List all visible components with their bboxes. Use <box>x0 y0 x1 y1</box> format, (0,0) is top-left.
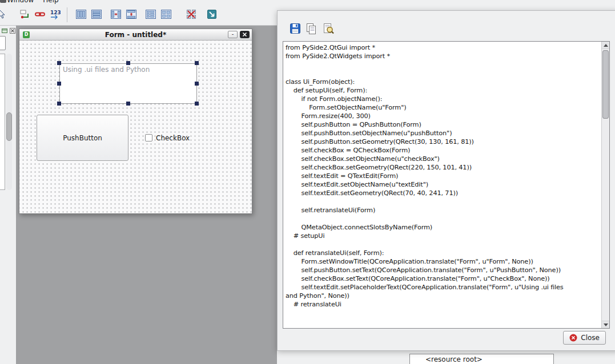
qt-designer-app: Window Help 123 <box>0 0 615 364</box>
form-window-titlebar[interactable]: D Form - untitled* - <box>19 29 252 41</box>
dock-close-icon <box>9 27 16 34</box>
selection-handle-s[interactable] <box>126 102 130 106</box>
selection-handle-n[interactable] <box>126 61 130 65</box>
form-window-title: Form - untitled* <box>19 31 252 39</box>
checkbox-label: CheckBox <box>156 134 190 142</box>
selection-handle-e[interactable] <box>195 82 199 86</box>
selection-handle-ne[interactable] <box>195 61 199 65</box>
dialog-close-label: Close <box>581 334 600 342</box>
edit-signals-slots-button[interactable] <box>18 7 33 22</box>
layout-splitter-vertical-icon <box>126 9 137 20</box>
dialog-close-button[interactable]: Close <box>563 331 606 345</box>
resource-root-item[interactable]: <resource root> <box>409 354 554 364</box>
code-scrollbar[interactable] <box>601 42 609 328</box>
layout-splitter-horizontal-icon <box>110 9 122 20</box>
code-scrollbar-thumb[interactable] <box>602 50 609 119</box>
dock-float-button[interactable] <box>1 27 8 34</box>
edit-widgets-button[interactable] <box>0 7 7 22</box>
code-view[interactable]: from PySide2.QtGui import * from PySide2… <box>283 41 610 329</box>
layout-vertical-button[interactable] <box>89 7 104 22</box>
layout-splitter-horizontal-button[interactable] <box>108 7 123 22</box>
break-layout-icon <box>186 9 197 20</box>
find-icon <box>322 22 335 35</box>
mdi-area: D Form - untitled* - Using .ui files and… <box>16 26 277 364</box>
find-code-button[interactable] <box>321 21 336 36</box>
layout-form-button[interactable] <box>143 7 158 22</box>
checkbox-widget[interactable]: CheckBox <box>145 126 203 149</box>
python-code-dialog: from PySide2.QtGui import * from PySide2… <box>277 10 615 351</box>
widget-box-scrollbar-thumb[interactable] <box>6 112 12 141</box>
selection-handle-w[interactable] <box>57 82 61 86</box>
scroll-up-button[interactable] <box>602 42 609 49</box>
toolbar-separator <box>67 7 67 22</box>
break-layout-button[interactable] <box>184 7 199 22</box>
layout-splitter-vertical-button[interactable] <box>124 7 139 22</box>
layout-horizontal-button[interactable] <box>74 7 89 22</box>
arrow-up-icon <box>604 44 608 47</box>
selection-handle-sw[interactable] <box>57 102 61 106</box>
adjust-size-button[interactable] <box>204 7 219 22</box>
widget-filter-input[interactable] <box>0 36 6 50</box>
adjust-size-icon <box>206 9 218 20</box>
selection-handle-nw[interactable] <box>57 61 61 65</box>
minimize-button[interactable]: - <box>228 31 238 38</box>
edit-widgets-icon <box>0 9 5 20</box>
close-button[interactable] <box>240 31 250 38</box>
layout-grid-icon <box>160 9 172 20</box>
selection-handle-se[interactable] <box>195 102 199 106</box>
edit-buddies-button[interactable] <box>33 7 47 22</box>
copy-icon <box>305 22 317 35</box>
edit-signals-slots-icon <box>19 9 31 20</box>
edit-tab-order-icon: 123 <box>49 9 61 20</box>
form-editor-window: D Form - untitled* - Using .ui files and… <box>19 29 252 214</box>
save-icon <box>289 22 302 35</box>
textedit-widget[interactable]: Using .ui files and Python <box>59 63 197 104</box>
edit-buddies-icon <box>34 9 46 20</box>
pushbutton-widget[interactable]: PushButton <box>37 115 128 161</box>
checkbox-indicator[interactable] <box>145 134 152 141</box>
textedit-placeholder: Using .ui files and Python <box>60 64 196 75</box>
edit-tab-order-button[interactable]: 123 <box>47 7 62 22</box>
designer-form-icon: D <box>23 31 30 38</box>
layout-vertical-icon <box>91 9 102 20</box>
copy-code-button[interactable] <box>304 21 319 36</box>
scroll-down-button[interactable] <box>602 321 609 328</box>
save-code-button[interactable] <box>288 21 303 36</box>
widget-box-dock <box>0 26 16 364</box>
layout-grid-button[interactable] <box>159 7 174 22</box>
dock-close-button[interactable] <box>9 27 16 34</box>
arrow-down-icon <box>604 323 608 326</box>
close-x-icon <box>242 32 247 37</box>
dock-float-icon <box>1 27 8 34</box>
svg-text:123: 123 <box>50 10 61 15</box>
layout-horizontal-icon <box>75 9 87 20</box>
close-red-icon <box>569 334 577 342</box>
layout-form-icon <box>145 9 156 20</box>
form-canvas[interactable]: Using .ui files and Python PushButton Ch… <box>19 41 252 213</box>
widget-box-list[interactable] <box>0 54 5 190</box>
python-code-text[interactable]: from PySide2.QtGui import * from PySide2… <box>283 42 601 328</box>
resource-root-label: <resource root> <box>425 355 483 363</box>
